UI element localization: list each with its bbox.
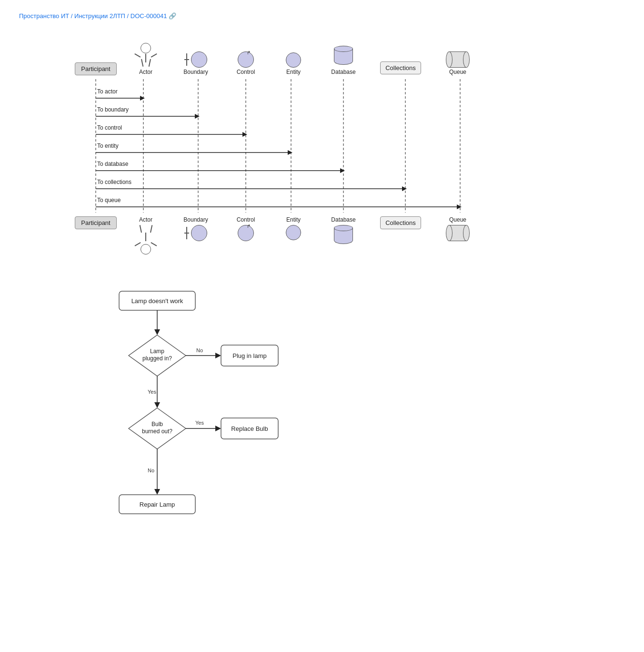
svg-text:Lamp: Lamp [150, 348, 164, 355]
svg-text:No: No [148, 468, 154, 473]
database-label: Database [331, 69, 355, 75]
svg-text:No: No [196, 347, 203, 353]
svg-text:Yes: Yes [195, 420, 204, 426]
svg-marker-22 [340, 168, 345, 173]
flowchart: Lamp doesn't work Lamp plugged in? No Pl… [95, 286, 362, 593]
seq-actor-bottom: Actor [122, 216, 170, 255]
svg-text:To control: To control [97, 124, 122, 131]
seq-database: Database [317, 46, 370, 75]
seq-top-row: Participant Actor [70, 29, 574, 79]
seq-control-bottom: Control ↱ [222, 216, 270, 241]
svg-text:To database: To database [97, 161, 129, 167]
seq-participant-box-bottom: Participant [70, 216, 122, 229]
svg-marker-53 [154, 489, 160, 495]
seq-entity: Entity [270, 52, 317, 75]
svg-marker-37 [215, 353, 221, 358]
svg-text:burned out?: burned out? [142, 428, 172, 435]
seq-database-bottom: Database [317, 216, 370, 247]
svg-text:To queue: To queue [97, 197, 121, 204]
svg-marker-19 [288, 150, 292, 155]
svg-text:Bulb: Bulb [151, 421, 163, 428]
svg-text:Yes: Yes [148, 389, 156, 395]
svg-text:To actor: To actor [97, 88, 118, 95]
breadcrumb: Пространство ИТ / Инструкции 2ЛТП / DOC-… [19, 12, 625, 20]
svg-text:Lamp doesn't work: Lamp doesn't work [131, 297, 183, 305]
svg-marker-48 [215, 426, 221, 431]
control-label: Control [237, 69, 255, 75]
actor-label: Actor [139, 69, 152, 75]
breadcrumb-text: Пространство ИТ / Инструкции 2ЛТП / DOC-… [19, 12, 176, 20]
svg-marker-16 [242, 132, 247, 137]
seq-control: ↱ Control [222, 51, 270, 75]
boundary-label: Boundary [183, 69, 208, 75]
seq-participant-box: Participant [70, 62, 122, 75]
sequence-diagram: Participant Actor [70, 29, 574, 258]
svg-marker-13 [195, 114, 200, 119]
seq-entity-bottom: Entity [270, 216, 317, 240]
svg-text:To boundary: To boundary [97, 106, 129, 113]
svg-marker-25 [402, 186, 407, 191]
svg-text:Plug in lamp: Plug in lamp [232, 352, 267, 359]
seq-collections: Collections [370, 61, 432, 75]
svg-marker-28 [457, 204, 462, 209]
seq-collections-bottom: Collections [370, 216, 432, 229]
seq-queue: Queue [432, 51, 484, 75]
svg-marker-32 [154, 329, 160, 335]
seq-boundary-bottom: Boundary [170, 216, 222, 241]
svg-text:plugged in?: plugged in? [142, 355, 172, 362]
seq-messages-area: To actor To boundary To control To entit… [70, 79, 574, 213]
seq-bottom-row: Participant Actor [70, 213, 574, 258]
svg-text:To collections: To collections [97, 179, 131, 185]
queue-label: Queue [449, 69, 466, 75]
svg-marker-42 [154, 402, 160, 408]
collections-label: Collections [380, 61, 421, 74]
svg-marker-10 [140, 96, 145, 101]
participant-label: Participant [75, 62, 116, 75]
seq-actor: Actor [122, 43, 170, 76]
svg-text:Replace Bulb: Replace Bulb [231, 425, 268, 432]
svg-text:To entity: To entity [97, 143, 119, 149]
seq-boundary: Boundary [170, 51, 222, 75]
svg-text:Repair Lamp: Repair Lamp [140, 501, 175, 508]
page: Пространство ИТ / Инструкции 2ЛТП / DOC-… [10, 8, 634, 598]
flowchart-svg: Lamp doesn't work Lamp plugged in? No Pl… [95, 286, 362, 591]
seq-queue-bottom: Queue [432, 216, 484, 241]
entity-label: Entity [286, 69, 301, 75]
seq-svg: To actor To boundary To control To entit… [70, 79, 574, 213]
